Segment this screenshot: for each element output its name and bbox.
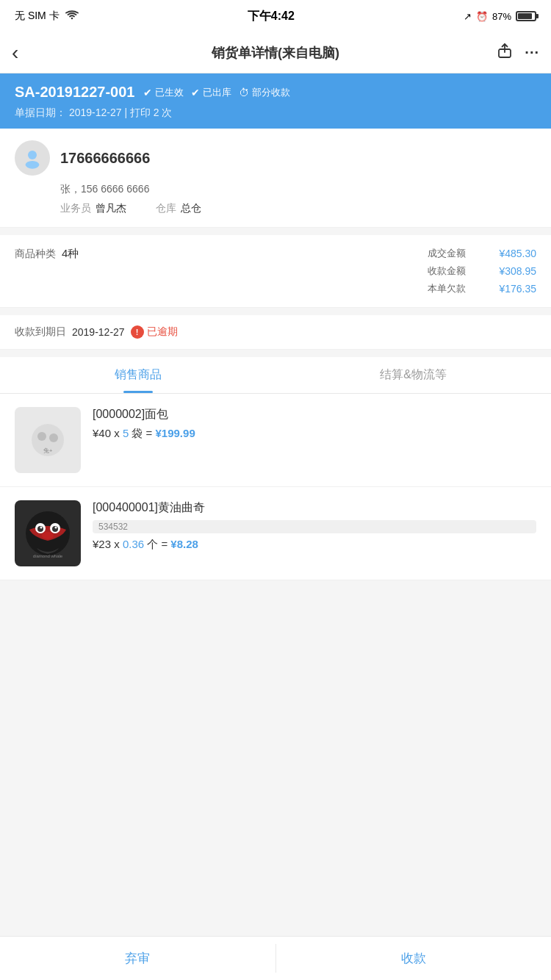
status-shipped: ✔ 已出库 bbox=[191, 86, 231, 99]
stats-left: 商品种类 4种 bbox=[15, 247, 79, 261]
alarm-icon: ⏰ bbox=[476, 11, 488, 22]
order-id: SA-20191227-001 bbox=[15, 84, 134, 101]
due-date-section: 收款到期日 2019-12-27 ! 已逾期 bbox=[0, 315, 551, 350]
abandon-review-button[interactable]: 弃审 bbox=[0, 937, 276, 980]
sales-meta: 业务员 曾凡杰 bbox=[60, 202, 126, 215]
location-icon: ↗ bbox=[464, 11, 472, 22]
back-button[interactable]: ‹ bbox=[6, 35, 24, 71]
received-value: ¥308.95 bbox=[478, 265, 536, 277]
nav-actions: ··· bbox=[497, 43, 539, 62]
cookie-price: ¥23 bbox=[93, 538, 111, 550]
debt-label: 本单欠款 bbox=[428, 282, 466, 295]
check-icon-1: ✔ bbox=[143, 87, 152, 98]
product-item: 兔+ [0000002]面包 ¥40 x 5 袋 = ¥199.99 bbox=[0, 394, 551, 487]
date-label: 单据日期： bbox=[15, 107, 66, 118]
status-effective-label: 已生效 bbox=[155, 86, 184, 99]
products-section: 兔+ [0000002]面包 ¥40 x 5 袋 = ¥199.99 bbox=[0, 394, 551, 580]
svg-point-1 bbox=[28, 151, 37, 159]
overdue-text: 已逾期 bbox=[147, 325, 178, 339]
collect-payment-label: 收款 bbox=[401, 950, 426, 967]
bread-multiply: x bbox=[114, 427, 123, 439]
customer-section: 17666666666 张，156 6666 6666 业务员 曾凡杰 仓库 总… bbox=[0, 129, 551, 228]
wifi-icon bbox=[65, 10, 79, 23]
tabs-section: 销售商品 结算&物流等 bbox=[0, 357, 551, 394]
svg-point-13 bbox=[55, 527, 57, 529]
stats-section: 商品种类 4种 成交金额 ¥485.30 收款金额 ¥308.95 本单欠款 ¥… bbox=[0, 235, 551, 308]
debt-value: ¥176.35 bbox=[478, 283, 536, 295]
customer-avatar bbox=[15, 140, 50, 176]
warehouse-value: 总仓 bbox=[181, 202, 201, 215]
tab-settlement[interactable]: 结算&物流等 bbox=[276, 357, 551, 393]
share-icon[interactable] bbox=[497, 43, 513, 62]
tab-settlement-label: 结算&物流等 bbox=[380, 368, 447, 381]
status-left: 无 SIM 卡 bbox=[15, 10, 79, 23]
received-label: 收款金额 bbox=[428, 264, 466, 278]
due-date-value: 2019-12-27 bbox=[72, 326, 125, 338]
status-time: 下午4:42 bbox=[248, 9, 295, 24]
product-item-cookie: diamond whale [000400001]黄油曲奇 534532 ¥23… bbox=[0, 487, 551, 580]
svg-point-5 bbox=[49, 433, 58, 442]
sales-label: 业务员 bbox=[60, 202, 91, 215]
stats-row: 商品种类 4种 成交金额 ¥485.30 收款金额 ¥308.95 本单欠款 ¥… bbox=[15, 247, 536, 295]
stats-right: 成交金额 ¥485.30 收款金额 ¥308.95 本单欠款 ¥176.35 bbox=[428, 247, 536, 295]
category-label: 商品种类 bbox=[15, 248, 56, 261]
battery-text: 87% bbox=[492, 11, 511, 22]
customer-phone: 17666666666 bbox=[60, 150, 150, 167]
carrier-text: 无 SIM 卡 bbox=[15, 10, 60, 23]
svg-point-12 bbox=[40, 527, 43, 529]
tab-underline bbox=[123, 391, 153, 393]
cookie-multiply: x bbox=[114, 538, 123, 550]
collect-payment-button[interactable]: 收款 bbox=[276, 937, 552, 980]
tab-sales-products[interactable]: 销售商品 bbox=[0, 357, 276, 393]
debt-amount-line: 本单欠款 ¥176.35 bbox=[428, 282, 536, 295]
deal-label: 成交金额 bbox=[428, 247, 466, 260]
product-price-bread: ¥40 x 5 袋 = ¥199.99 bbox=[93, 427, 536, 441]
banner-row1: SA-20191227-001 ✔ 已生效 ✔ 已出库 ⏱ 部分收款 bbox=[15, 84, 536, 101]
warehouse-meta: 仓库 总仓 bbox=[156, 202, 201, 215]
bread-qty: 5 bbox=[123, 427, 129, 439]
bread-total: ¥199.99 bbox=[156, 427, 195, 439]
product-sku-badge: 534532 bbox=[93, 520, 536, 533]
status-right: ↗ ⏰ 87% bbox=[464, 11, 536, 22]
cookie-qty: 0.36 bbox=[123, 538, 144, 550]
status-effective: ✔ 已生效 bbox=[143, 86, 184, 99]
banner-date: 单据日期： 2019-12-27 | 打印 2 次 bbox=[15, 107, 536, 120]
overdue-icon: ! bbox=[131, 325, 144, 339]
svg-text:兔+: 兔+ bbox=[43, 447, 53, 454]
overdue-badge: ! 已逾期 bbox=[131, 325, 178, 339]
clock-icon: ⏱ bbox=[239, 87, 249, 98]
deal-value: ¥485.30 bbox=[478, 248, 536, 259]
bread-price: ¥40 bbox=[93, 427, 111, 439]
status-partial: ⏱ 部分收款 bbox=[239, 86, 290, 99]
svg-point-14 bbox=[42, 532, 54, 539]
tabs-row: 销售商品 结算&物流等 bbox=[0, 357, 551, 393]
bottom-bar: 弃审 收款 bbox=[0, 936, 551, 980]
deal-amount-line: 成交金额 ¥485.30 bbox=[428, 247, 536, 260]
battery-indicator bbox=[516, 11, 536, 21]
due-label: 收款到期日 bbox=[15, 325, 66, 339]
check-icon-2: ✔ bbox=[191, 87, 200, 98]
cookie-equal: = bbox=[161, 538, 170, 550]
customer-row: 17666666666 bbox=[15, 140, 536, 176]
nav-title: 销货单详情(来自电脑) bbox=[212, 44, 339, 62]
svg-point-2 bbox=[26, 161, 40, 169]
product-price-cookie: ¥23 x 0.36 个 = ¥8.28 bbox=[93, 538, 536, 552]
more-icon[interactable]: ··· bbox=[525, 44, 539, 61]
product-name-cookie: [000400001]黄油曲奇 bbox=[93, 500, 536, 516]
order-date: 2019-12-27 bbox=[69, 107, 122, 118]
abandon-review-label: 弃审 bbox=[125, 950, 150, 967]
status-shipped-label: 已出库 bbox=[203, 86, 231, 99]
product-thumb-cookie: diamond whale bbox=[15, 500, 81, 566]
warehouse-label: 仓库 bbox=[156, 202, 176, 215]
product-name-bread: [0000002]面包 bbox=[93, 407, 536, 422]
category-count: 4种 bbox=[62, 247, 79, 261]
sales-value: 曾凡杰 bbox=[96, 202, 126, 215]
header-banner: SA-20191227-001 ✔ 已生效 ✔ 已出库 ⏱ 部分收款 单据日期：… bbox=[0, 73, 551, 129]
received-amount-line: 收款金额 ¥308.95 bbox=[428, 264, 536, 278]
customer-name-detail: 张，156 6666 6666 bbox=[60, 183, 536, 196]
product-info-cookie: [000400001]黄油曲奇 534532 ¥23 x 0.36 个 = ¥8… bbox=[93, 500, 536, 566]
product-info-bread: [0000002]面包 ¥40 x 5 袋 = ¥199.99 bbox=[93, 407, 536, 473]
bread-unit: 袋 bbox=[132, 427, 143, 439]
product-thumb-bread: 兔+ bbox=[15, 407, 81, 473]
print-info: | 打印 2 次 bbox=[124, 107, 172, 118]
